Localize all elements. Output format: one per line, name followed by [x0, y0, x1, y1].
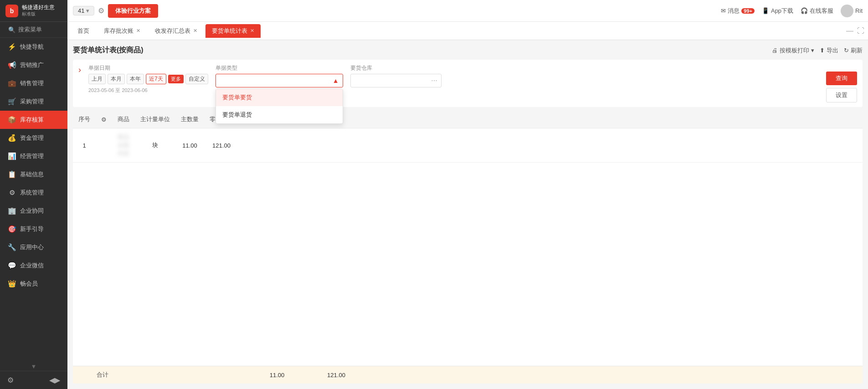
template-chevron-icon[interactable]: ▾	[811, 47, 814, 54]
trial-button[interactable]: 体验行业方案	[108, 4, 158, 18]
search-menu-label: 搜索菜单	[18, 26, 42, 34]
total-amount: 121.00	[313, 372, 359, 379]
avatar-image	[841, 5, 853, 17]
tab-home[interactable]: 首页	[71, 24, 96, 38]
sidebar-nav: ⚡ 快捷导航 📢 营销推广 💼 销售管理 🛒 采购管理 📦 库存核算 💰 资金管…	[0, 38, 67, 362]
type-selector[interactable]: ▲	[216, 74, 343, 87]
sidebar-item-basic-info[interactable]: 📋 基础信息	[0, 165, 67, 184]
message-button[interactable]: ✉ 消息 99+	[721, 7, 755, 15]
topbar-right: ✉ 消息 99+ 📱 App下载 🎧 在线客服 Rit	[721, 5, 863, 17]
date-btn-more[interactable]: 更多	[168, 75, 184, 83]
date-btn-custom[interactable]: 自定义	[185, 74, 208, 84]
service-label: 在线客服	[810, 7, 833, 15]
message-label: 消息	[728, 7, 740, 15]
warehouse-filter-label: 要货仓库	[350, 64, 442, 72]
filter-toggle-icon[interactable]: ›	[78, 65, 81, 75]
date-buttons-row: 上月 本月 本年 近7天 更多 自定义	[88, 74, 208, 84]
sidebar-item-system[interactable]: ⚙ 系统管理	[0, 184, 67, 202]
counter-display: 41 ▾	[73, 6, 94, 15]
sidebar-item-inventory[interactable]: 📦 库存核算	[0, 111, 67, 129]
cell-quantity: 11.00	[175, 128, 204, 163]
tab-home-label: 首页	[77, 27, 89, 35]
table-header-row: 序号 ⚙ 商品 主计量单位 主数量 零售金额	[73, 111, 863, 128]
search-menu[interactable]: 🔍 搜索菜单	[0, 22, 67, 38]
export-button[interactable]: ⬆ 导出	[820, 46, 838, 55]
sidebar-item-purchase[interactable]: 🛒 采购管理	[0, 92, 67, 111]
app-download-icon: 📱	[762, 7, 769, 14]
dropdown-item-0[interactable]: 要货单要货	[216, 89, 343, 106]
search-icon: 🔍	[8, 26, 15, 33]
sales-icon: 💼	[7, 79, 16, 88]
sidebar-scroll-down[interactable]: ▼	[0, 362, 67, 371]
query-button[interactable]: 查询	[826, 72, 857, 85]
operation-icon: 📊	[7, 152, 16, 161]
date-btn-this-year[interactable]: 本年	[127, 74, 144, 84]
content-area: 要货单统计表(按商品) 🖨 按模板打印 ▾ ⬆ 导出 ↻ 刷新 ›	[67, 40, 868, 389]
dropdown-item-1[interactable]: 要货单退货	[216, 106, 343, 123]
sidebar-item-app-center[interactable]: 🔧 应用中心	[0, 238, 67, 256]
message-icon: ✉	[721, 7, 726, 14]
product-name-blurred: 商品名称内容	[118, 133, 129, 157]
logo-icon: b	[5, 5, 18, 17]
finance-icon: 💰	[7, 133, 16, 143]
sidebar-label-inventory: 库存核算	[20, 116, 44, 124]
sidebar-item-quick-nav[interactable]: ⚡ 快捷导航	[0, 38, 67, 56]
settings-bottom-icon[interactable]: ⚙	[7, 376, 14, 384]
tab-order-stats-label: 要货单统计表	[212, 27, 247, 35]
export-icon: ⬆	[820, 47, 825, 54]
col-product: 商品	[112, 111, 135, 128]
tab-receive-summary-label: 收发存汇总表	[155, 27, 190, 35]
template-print-label: 按模板打印	[780, 46, 809, 55]
settings-button[interactable]: 设置	[826, 88, 857, 102]
cell-amount: 121.00	[204, 128, 239, 163]
collapse-sidebar-icon[interactable]: ◀▶	[49, 376, 60, 384]
sidebar-label-beginner: 新手引导	[20, 225, 44, 233]
date-btn-last-month[interactable]: 上月	[88, 74, 106, 84]
date-btn-this-month[interactable]: 本月	[108, 74, 125, 84]
warehouse-selector[interactable]: ···	[350, 74, 442, 87]
date-range-display: 2023-05-06 至 2023-06-06	[88, 87, 208, 94]
total-row: 合计 11.00 121.00	[73, 366, 863, 384]
sidebar-item-operation[interactable]: 📊 经营管理	[0, 147, 67, 165]
tabs-bar: 首页 库存批次账 ✕ 收发存汇总表 ✕ 要货单统计表 ✕ — ⛶	[67, 22, 868, 40]
sidebar-item-member[interactable]: 👑 畅会员	[0, 275, 67, 293]
minimize-button[interactable]: —	[846, 27, 853, 35]
tab-order-stats-close[interactable]: ✕	[250, 28, 254, 34]
tab-inventory-batch-close[interactable]: ✕	[136, 28, 140, 34]
sidebar-item-sales[interactable]: 💼 销售管理	[0, 74, 67, 92]
page-actions: 🖨 按模板打印 ▾ ⬆ 导出 ↻ 刷新	[772, 46, 863, 55]
warehouse-filter-field: 要货仓库 ···	[350, 64, 442, 87]
tab-inventory-batch[interactable]: 库存批次账 ✕	[98, 24, 147, 38]
service-icon: 🎧	[801, 7, 808, 14]
sidebar-item-finance[interactable]: 💰 资金管理	[0, 129, 67, 147]
maximize-button[interactable]: ⛶	[857, 27, 864, 35]
tab-receive-summary-close[interactable]: ✕	[193, 28, 197, 34]
app-download-button[interactable]: 📱 App下载	[762, 7, 793, 15]
topbar-gear-icon[interactable]: ⚙	[98, 6, 104, 15]
tab-order-stats[interactable]: 要货单统计表 ✕	[205, 24, 261, 38]
type-filter-field: 单据类型 ▲ 要货单要货 要货单退货	[216, 64, 343, 87]
sidebar-item-marketing[interactable]: 📢 营销推广	[0, 56, 67, 74]
table-row: 1 商品名称内容 块 11.00 121.00	[73, 128, 863, 163]
refresh-button[interactable]: ↻ 刷新	[844, 46, 863, 55]
col-settings[interactable]: ⚙	[96, 111, 112, 128]
dropdown-item-0-label: 要货单要货	[222, 94, 252, 101]
sidebar-item-enterprise[interactable]: 🏢 企业协同	[0, 202, 67, 220]
sidebar-label-sales: 销售管理	[20, 79, 44, 87]
dropdown-item-1-label: 要货单退货	[222, 111, 252, 118]
counter-chevron[interactable]: ▾	[86, 7, 89, 14]
sidebar-item-wechat[interactable]: 💬 企业微信	[0, 256, 67, 275]
user-avatar[interactable]: Rit	[841, 5, 863, 17]
cell-seq: 1	[73, 128, 96, 163]
tab-receive-summary[interactable]: 收发存汇总表 ✕	[149, 24, 204, 38]
member-icon: 👑	[7, 279, 16, 288]
service-button[interactable]: 🎧 在线客服	[801, 7, 833, 15]
sidebar-label-member: 畅会员	[20, 280, 38, 288]
sidebar-item-beginner[interactable]: 🎯 新手引导	[0, 220, 67, 238]
date-btn-7days[interactable]: 近7天	[146, 74, 166, 84]
print-icon: 🖨	[772, 47, 778, 54]
template-print-button[interactable]: 🖨 按模板打印 ▾	[772, 46, 814, 55]
inventory-icon: 📦	[7, 115, 16, 124]
tab-inventory-batch-label: 库存批次账	[104, 27, 134, 35]
sidebar-label-app-center: 应用中心	[20, 243, 44, 251]
